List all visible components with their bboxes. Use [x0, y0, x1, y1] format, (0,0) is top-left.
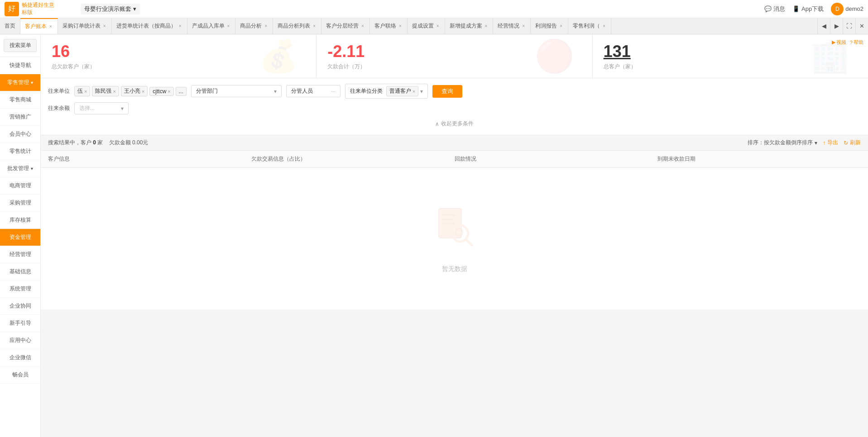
tab-close-product-in[interactable]: ×: [226, 23, 231, 29]
tab-home[interactable]: 首页: [0, 18, 20, 34]
tab-close-promotion-settings[interactable]: ×: [436, 23, 440, 29]
remove-tag-normal-customer[interactable]: ×: [412, 89, 415, 94]
filter-balance-label: 往来余额: [48, 104, 70, 112]
tab-goods-analysis[interactable]: 商品分析 ×: [235, 18, 273, 34]
video-help-link[interactable]: ▶ 视频: [832, 39, 846, 46]
filter-balance-select[interactable]: 选择... ▾: [74, 102, 129, 114]
tab-close-all[interactable]: ✕: [855, 18, 868, 34]
tab-close-purchase-order[interactable]: ×: [102, 23, 107, 29]
sidebar-item-system[interactable]: 系统管理: [0, 280, 40, 298]
filter-tag-cjttcw[interactable]: cjttcw ×: [149, 87, 173, 96]
sidebar-item-enterprise-wx[interactable]: 企业微信: [0, 349, 40, 366]
svg-rect-1: [442, 214, 456, 216]
sidebar-item-cooperation[interactable]: 企业协同: [0, 298, 40, 315]
tabs-bar: 首页 客户账本 × 采购订单统计表 × 进货单统计表（按商品） × 产成品入库单…: [0, 18, 868, 34]
export-button[interactable]: ↑ 导出: [823, 139, 838, 147]
tab-close-stock-in[interactable]: ×: [178, 23, 182, 29]
sidebar-item-newbie[interactable]: 新手引导: [0, 315, 40, 332]
filter-unit-type-select[interactable]: 往来单位分类 普通客户 × ▾: [345, 84, 428, 99]
filter-tag-wu[interactable]: 伍 ×: [74, 86, 90, 96]
sidebar-item-app-center[interactable]: 应用中心: [0, 332, 40, 349]
tab-maximize[interactable]: ⛶: [843, 18, 855, 34]
company-selector[interactable]: 母婴行业演示账套 ▾: [81, 4, 140, 14]
search-menu-button[interactable]: 搜索菜单: [4, 39, 37, 52]
sidebar-item-member[interactable]: 会员中心: [0, 126, 40, 143]
result-actions: 排序：按欠款金额倒序排序 ▾ ↑ 导出 ↻ 刷新: [748, 139, 861, 147]
sidebar-item-retail[interactable]: 零售管理 ▾: [0, 74, 40, 91]
help-link[interactable]: ? 帮助: [850, 39, 863, 46]
export-icon: ↑: [823, 140, 825, 146]
sidebar-item-quick-nav[interactable]: 快捷导航: [0, 57, 40, 74]
tab-close-business[interactable]: ×: [521, 23, 526, 29]
stat-card-customers: 💰 16 总欠款客户（家）: [41, 34, 316, 78]
result-bar: 搜索结果中，客户 0 家 欠款金额 0.00元 排序：按欠款金额倒序排序 ▾ ↑…: [41, 135, 868, 151]
sidebar-item-marketing[interactable]: 营销推广: [0, 109, 40, 126]
empty-state: 暂无数据: [41, 168, 868, 309]
collapse-btn[interactable]: ∧ 收起更多条件: [435, 120, 474, 128]
main-content: 💰 16 总欠款客户（家） 🔴 -2.11 欠款合计（万） 🏢 ▶ 视频 ?: [41, 34, 868, 437]
tab-close-accounts[interactable]: ×: [48, 24, 53, 29]
refresh-button[interactable]: ↻ 刷新: [844, 139, 861, 147]
tab-purchase-order[interactable]: 采购订单统计表 ×: [58, 18, 112, 34]
remove-tag-wu[interactable]: ×: [84, 89, 87, 94]
tab-promotion-settings[interactable]: 提成设置 ×: [408, 18, 445, 34]
tab-business[interactable]: 经营情况 ×: [493, 18, 531, 34]
sidebar-item-wholesale[interactable]: 批发管理 ▾: [0, 160, 40, 177]
tab-customer-contact[interactable]: 客户联络 ×: [370, 18, 408, 34]
filter-row-1: 往来单位 伍 × 陈民强 × 王小亮 × cjttcw: [48, 84, 861, 99]
tab-close-customer-contact[interactable]: ×: [398, 23, 403, 29]
filter-tag-wang[interactable]: 王小亮 ×: [121, 86, 148, 96]
remove-tag-chen[interactable]: ×: [113, 89, 115, 94]
sidebar-item-retail-stats[interactable]: 零售统计: [0, 143, 40, 160]
stat-bg-icon-money: 💰: [259, 38, 298, 75]
sidebar-item-purchase[interactable]: 采购管理: [0, 195, 40, 212]
filter-row-2: 往来余额 选择... ▾: [48, 102, 861, 114]
sidebar-item-finance[interactable]: 资金管理: [0, 229, 40, 246]
filter-tag-more[interactable]: ...: [176, 87, 187, 96]
tab-close-profit-report[interactable]: ×: [559, 23, 563, 29]
filter-area: 往来单位 伍 × 陈民强 × 王小亮 × cjttcw: [41, 78, 868, 135]
tab-stock-in[interactable]: 进货单统计表（按商品） ×: [112, 18, 187, 34]
chevron-down-dept-icon: ▾: [274, 88, 277, 95]
filter-tag-normal-customer[interactable]: 普通客户 ×: [386, 86, 418, 96]
sidebar: 搜索菜单 快捷导航 零售管理 ▾ 零售商城 营销推广 会员中心 零售统计 批发管…: [0, 34, 41, 437]
tab-close-retail-profit[interactable]: ×: [602, 23, 606, 29]
tab-close-goods-analysis-list[interactable]: ×: [312, 23, 317, 29]
tab-product-in[interactable]: 产成品入库单 ×: [187, 18, 236, 34]
stat-bg-icon-debt: 🔴: [535, 38, 574, 75]
empty-icon: [432, 204, 477, 258]
sort-selector[interactable]: 排序：按欠款金额倒序排序 ▾: [748, 139, 817, 147]
tab-close-goods-analysis[interactable]: ×: [264, 23, 268, 29]
filter-tag-chen[interactable]: 陈民强 ×: [92, 86, 119, 96]
sidebar-item-inventory[interactable]: 库存核算: [0, 212, 40, 229]
tab-close-new-promotion[interactable]: ×: [484, 23, 489, 29]
sidebar-item-member2[interactable]: 畅会员: [0, 366, 40, 384]
sidebar-item-basic-info[interactable]: 基础信息: [0, 263, 40, 280]
sidebar-item-ecommerce[interactable]: 电商管理: [0, 177, 40, 195]
user-profile[interactable]: D demo2: [831, 3, 863, 15]
tab-customer-tier[interactable]: 客户分层经营 ×: [321, 18, 370, 34]
play-icon: ▶: [832, 39, 835, 45]
tab-scroll-left[interactable]: ◀: [817, 18, 830, 34]
remove-tag-cjttcw[interactable]: ×: [168, 89, 170, 94]
tab-close-customer-tier[interactable]: ×: [360, 23, 365, 29]
tab-goods-analysis-list[interactable]: 商品分析列表 ×: [273, 18, 321, 34]
stat-value-total[interactable]: 131: [604, 42, 631, 61]
app-download-btn[interactable]: 📱 App下载: [792, 5, 824, 13]
result-info: 搜索结果中，客户 0 家 欠款金额 0.00元: [48, 139, 148, 147]
remove-tag-wang[interactable]: ×: [142, 89, 144, 94]
stat-card-debt: 🔴 -2.11 欠款合计（万）: [316, 34, 592, 78]
tab-accounts[interactable]: 客户账本 ×: [20, 18, 58, 34]
tab-scroll-right[interactable]: ▶: [830, 18, 843, 34]
sidebar-item-operations[interactable]: 经营管理: [0, 246, 40, 263]
filter-person-input[interactable]: 分管人员 ···: [286, 85, 340, 97]
message-btn[interactable]: 💬 消息: [764, 5, 785, 13]
stat-value-customers: 16: [52, 42, 70, 61]
col-header-debt: 欠款交易信息（占比）: [251, 155, 455, 163]
tab-profit-report[interactable]: 利润报告 ×: [531, 18, 568, 34]
tab-new-promotion[interactable]: 新增提成方案 ×: [445, 18, 494, 34]
query-button[interactable]: 查询: [432, 85, 462, 98]
filter-dept-select[interactable]: 分管部门 ▾: [191, 85, 282, 97]
tab-retail-profit[interactable]: 零售利润（ ×: [568, 18, 611, 34]
sidebar-item-retail-shop[interactable]: 零售商城: [0, 91, 40, 109]
